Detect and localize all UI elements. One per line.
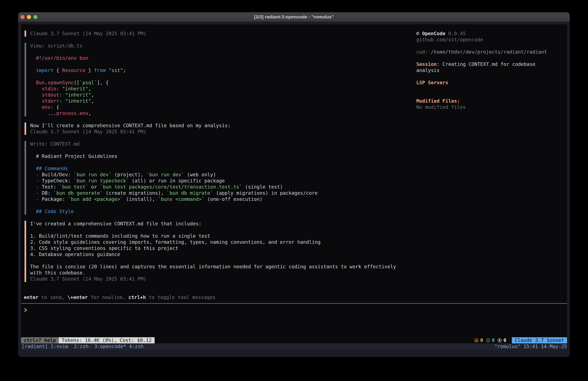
text-segment: enter (24, 294, 38, 300)
text-segment: , (91, 92, 94, 98)
text-segment: cwd: (416, 49, 431, 55)
text-segment: - (36, 196, 39, 202)
info-icon: i (486, 338, 490, 342)
text-segment: © OpenCode (416, 31, 445, 36)
text-segment: "sst" (109, 67, 123, 73)
text-segment: (apply migrations) in packages/core (213, 190, 318, 196)
text-segment (445, 31, 448, 36)
minimize-window-button[interactable] (27, 15, 31, 19)
text-segment: Test: (39, 184, 59, 190)
window-titlebar[interactable]: [2/3] radiant:3:opencode - "romulus" (18, 12, 570, 22)
text-segment: for newline, (88, 294, 128, 300)
markdown-line: ## Commands (36, 165, 68, 172)
tool-view-title: View: script/db.ts (30, 43, 83, 49)
markdown-line: - TypeCheck: `bun run typecheck` (all) o… (36, 178, 225, 184)
text-segment: Bun (36, 80, 45, 85)
text-segment: "inherit" (62, 86, 88, 91)
text-segment: - (36, 178, 39, 183)
text-segment: /home/thdxr/dev/projects/radiant/radiant (431, 49, 547, 55)
tool-block-bar (24, 141, 26, 215)
text-segment: ## Commands (36, 166, 68, 171)
model-header: Claude 3.7 Sonnet (14 May 2025 03:41 PM) (30, 30, 146, 37)
close-window-button[interactable] (21, 15, 24, 19)
text-segment: "inherit" (65, 92, 91, 98)
text-segment: to send, (38, 294, 67, 300)
assistant-list-item: 2. Code style guidelines covering import… (30, 239, 321, 245)
code-line: import { Resource } from "sst"; (36, 67, 126, 73)
text-segment: # (36, 55, 39, 61)
assistant-text: The file is concise (20 lines) and captu… (30, 264, 396, 270)
desktop-background: [2/3] radiant:3:opencode - "romulus" Cla… (0, 0, 588, 381)
text-segment: : (59, 92, 62, 98)
text-segment: (web only) (184, 172, 216, 178)
assistant-list-item: 4. Database operations guidance (30, 251, 120, 257)
terminal-content: Claude 3.7 Sonnet (14 May 2025 03:41 PM)… (21, 24, 567, 343)
code-line: stdin: "inherit", (36, 86, 91, 92)
text-segment: `bun test` (59, 184, 88, 190)
text-segment: (install), (123, 196, 158, 202)
text-segment: (one-off execution) (205, 196, 263, 202)
model-header: Claude 3.7 Sonnet (14 May 2025 03:41 PM) (30, 129, 146, 135)
assistant-text: I've created a comprehensive CONTEXT.md … (30, 221, 202, 227)
code-line: env: { (36, 104, 59, 110)
text-segment: Package: (39, 196, 68, 202)
text-segment: : Creating CONTEXT.md for codebase (437, 61, 535, 67)
message-accent-bar (24, 30, 26, 37)
text-segment: `bun test packages/core/test/transaction… (100, 184, 242, 190)
text-segment: `bun run dev` (146, 172, 184, 178)
assistant-list-item: 1. Build/lint/test commands including ho… (30, 233, 210, 239)
text-segment: `bun db migrate` (167, 190, 213, 196)
text-segment: import (36, 67, 53, 73)
tokens-cost-indicator: Tokens: 16.4K (8%), Cost: $0.12 (59, 337, 155, 343)
text-segment: ## Code Style (36, 209, 74, 214)
text-segment: `bun add <package>` (68, 196, 123, 202)
model-badge[interactable]: Claude 3.7 Sonnet (512, 337, 567, 343)
hint-count: 0 (504, 337, 506, 343)
text-segment: # Radiant Project Guidelines (36, 153, 117, 159)
text-segment: TypeCheck: (39, 178, 74, 183)
text-segment: Build/Dev: (39, 172, 74, 178)
help-button[interactable]: ctrl+? help (21, 337, 59, 343)
prompt-input[interactable]: > (24, 305, 27, 314)
text-segment: `bunx <command>` (158, 196, 205, 202)
text-segment: `psql` (80, 80, 97, 85)
text-segment: - (36, 184, 39, 190)
repo-link: github.com/sst/opencode (416, 37, 483, 43)
markdown-line: - Build/Dev: `bun run dev` (project), `b… (36, 172, 216, 178)
text-segment (36, 86, 42, 91)
opencode-status-bar: ctrl+? help Tokens: 16.4K (8%), Cost: $0… (21, 337, 567, 343)
text-segment: /usr/bin/env bun (42, 55, 88, 61)
text-segment: (all) or run in specific package (129, 178, 225, 183)
zoom-window-button[interactable] (33, 15, 38, 19)
tmux-status-bar: [radiant] 1:nvim 2:zsh- 3:opencode* 4:zs… (21, 343, 567, 350)
cwd-line: cwd: /home/thdxr/dev/projects/radiant/ra… (416, 49, 547, 55)
assistant-text: Now I'll create a comprehensive CONTEXT.… (30, 123, 231, 129)
text-segment: (project), (111, 172, 146, 178)
text-segment (62, 92, 65, 98)
text-segment: Session (416, 61, 437, 67)
tool-write-title: Write: CONTEXT.md (30, 141, 80, 147)
text-segment: spawnSync (48, 80, 74, 85)
text-segment: } (85, 67, 94, 73)
text-segment: : (56, 86, 59, 91)
text-segment (36, 104, 42, 110)
markdown-line: # Radiant Project Guidelines (36, 153, 117, 159)
text-segment: (create migrations), (103, 190, 167, 196)
code-line: #!/usr/bin/env bun (36, 55, 88, 61)
text-segment: 0.0.45 (448, 31, 466, 36)
terminal-window: [2/3] radiant:3:opencode - "romulus" Cla… (18, 12, 570, 357)
text-segment: : (59, 98, 62, 104)
code-line: stderr: "inherit", (36, 98, 94, 104)
tmux-session-windows[interactable]: [radiant] 1:nvim 2:zsh- 3:opencode* 4:zs… (22, 343, 144, 350)
text-segment: DB: (39, 190, 53, 196)
text-segment: Resource (62, 67, 85, 73)
modified-files-heading: Modified Files: (416, 98, 460, 104)
status-spacer (155, 337, 474, 343)
text-segment: to toggle tool messages (146, 294, 216, 300)
traffic-lights (21, 12, 38, 22)
text-segment: process.env (56, 111, 88, 116)
session-title-wrap: analysis (416, 67, 440, 73)
text-segment: stderr (42, 98, 59, 104)
text-segment: `bun db generate` (53, 190, 103, 196)
warning-icon: w (474, 338, 479, 342)
